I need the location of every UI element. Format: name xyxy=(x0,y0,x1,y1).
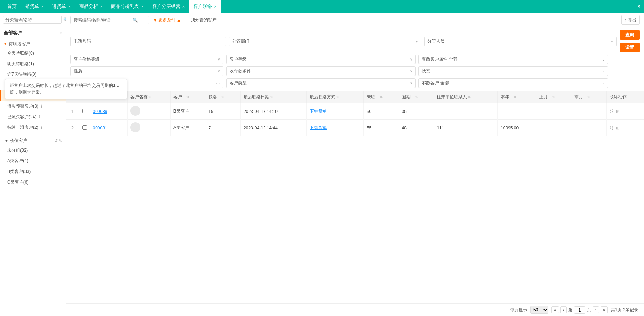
col-name-header[interactable]: 客户名称 ⇅ xyxy=(127,91,170,103)
row-2-lastmethod[interactable]: 下销货单 xyxy=(307,120,364,136)
sidebar-item-repurchase-anomaly[interactable]: 回购异常客户(2) ℹ xyxy=(0,90,66,101)
manager-ellipsis[interactable]: ··· xyxy=(609,38,613,44)
row-1-checkbox[interactable] xyxy=(82,109,87,113)
row-1-qr-icon[interactable]: ⊞ xyxy=(616,109,620,114)
col-code-header[interactable]: 客户编码 xyxy=(90,91,127,103)
sidebar-search-input[interactable] xyxy=(3,16,62,24)
status-arrow[interactable]: ∨ xyxy=(602,69,605,73)
nature-arrow[interactable]: ∨ xyxy=(218,69,220,73)
pending-contact-group[interactable]: ▼ 待联络客户 xyxy=(0,39,66,48)
col-thisyear-header[interactable]: 本年... ⇅ xyxy=(498,91,536,103)
sidebar-item-tomorrow[interactable]: 明天待联络(1) xyxy=(0,59,66,70)
nav-item-home[interactable]: 首页 xyxy=(3,0,21,13)
col-lastmonth-header[interactable]: 上月... ⇅ xyxy=(536,91,571,103)
close-sales-tab[interactable]: × xyxy=(41,4,43,9)
retail-attr-filter[interactable]: 零散客户属性 全部 ∨ xyxy=(418,55,608,64)
col-checkbox-header[interactable] xyxy=(79,91,90,103)
sidebar-item-class-b[interactable]: B类客户(33) xyxy=(0,166,66,177)
customer-type-filter[interactable]: 客户类型 ∨ xyxy=(226,78,416,88)
row-1-name[interactable] xyxy=(127,103,170,120)
all-customers-header[interactable]: 全部客户 « xyxy=(0,27,66,39)
select-all-checkbox[interactable] xyxy=(82,94,87,99)
row-2-code[interactable]: 000031 xyxy=(90,120,127,136)
col-unread-header[interactable]: 未联... ⇅ xyxy=(363,91,399,103)
price-level-filter[interactable]: 客户价格等级 ∨ xyxy=(70,55,223,64)
col-thismonth-header[interactable]: 本月... ⇅ xyxy=(571,91,607,103)
my-customers-checkbox[interactable] xyxy=(185,18,189,22)
retail-customer-arrow[interactable]: ∨ xyxy=(602,81,605,85)
nav-item-customer-layering[interactable]: 客户分层经营 × xyxy=(148,0,189,13)
row-1-lastmethod[interactable]: 下销货单 xyxy=(307,103,364,120)
close-purchase-tab[interactable]: × xyxy=(68,4,70,9)
sidebar-item-overdue[interactable]: 逾期未联络(30) xyxy=(0,80,66,91)
row-1-link-icon[interactable]: ⛓ xyxy=(610,109,614,114)
manager-filter[interactable]: 分管人员 ··· xyxy=(424,37,617,46)
col-settings[interactable]: ⚙ xyxy=(66,91,79,103)
sidebar-item-unclassified[interactable]: 未分组(32) xyxy=(0,145,66,156)
sidebar-item-7days[interactable]: 近7天待联络(0) xyxy=(0,69,66,80)
extra-ellipsis[interactable]: ··· xyxy=(216,80,220,86)
sidebar-item-churned[interactable]: 已流失客户(24) ℹ xyxy=(0,112,66,123)
phone-filter[interactable]: 电话号码 xyxy=(70,37,226,46)
customer-search-icon[interactable]: 🔍 xyxy=(133,18,138,23)
retail-attr-arrow[interactable]: ∨ xyxy=(602,57,605,61)
my-customers-checkbox-wrap[interactable]: 我分管的客户 xyxy=(185,17,217,23)
col-type-header[interactable]: 客户... ⇅ xyxy=(170,91,205,103)
dept-dropdown-arrow[interactable]: ∨ xyxy=(416,39,418,43)
settings-button[interactable]: 设置 xyxy=(620,43,640,52)
churn-warning-info-icon[interactable]: ℹ xyxy=(41,104,42,108)
customer-search-input[interactable] xyxy=(74,18,131,23)
row-checkbox-1[interactable] xyxy=(79,103,90,120)
nav-item-product-analysis[interactable]: 商品分析 × xyxy=(75,0,107,13)
price-level-arrow[interactable]: ∨ xyxy=(218,57,220,61)
more-conditions-toggle[interactable]: ▼ 更多条件 ▲ xyxy=(153,17,181,23)
extra-filter[interactable]: ··· xyxy=(70,79,223,88)
retail-customer-filter[interactable]: 零散客户 全部 ∨ xyxy=(418,78,608,88)
churned-info-icon[interactable]: ℹ xyxy=(39,115,40,119)
col-overdue-header[interactable]: 逾期... ⇅ xyxy=(399,91,434,103)
payment-terms-arrow[interactable]: ∨ xyxy=(410,69,412,73)
page-number-input[interactable] xyxy=(574,306,585,314)
nature-filter[interactable]: 性质 ∨ xyxy=(70,66,223,76)
sidebar-item-declining[interactable]: 持续下滑客户(2) ℹ xyxy=(0,122,66,133)
dept-filter[interactable]: 分管部门 ∨ xyxy=(229,37,421,46)
close-product-analysis-tab[interactable]: × xyxy=(100,4,102,9)
sidebar-collapse-icon[interactable]: « xyxy=(60,30,62,36)
prev-page-btn[interactable]: ‹ xyxy=(560,306,567,313)
sidebar-item-class-a[interactable]: A类客户(1) xyxy=(0,156,66,166)
close-customer-layering-tab[interactable]: × xyxy=(182,4,185,9)
nav-item-product-analysis-list[interactable]: 商品分析列表 × xyxy=(107,0,148,13)
close-product-analysis-list-tab[interactable]: × xyxy=(141,4,143,9)
last-page-btn[interactable]: » xyxy=(601,306,608,313)
row-checkbox-2[interactable] xyxy=(79,120,90,136)
sidebar-item-class-c[interactable]: C类客户(6) xyxy=(0,177,66,188)
sidebar-item-churn-warning[interactable]: 流失预警客户(3) ℹ xyxy=(0,101,66,112)
nav-item-sales[interactable]: 销货单 × xyxy=(21,0,48,13)
customer-type-arrow[interactable]: ∨ xyxy=(410,81,412,85)
status-filter[interactable]: 状态 ∨ xyxy=(418,66,608,76)
repurchase-anomaly-info-icon[interactable]: ℹ xyxy=(41,92,42,99)
col-lastdate-header[interactable]: 最后联络日期 ⇅ xyxy=(241,91,307,103)
nav-item-purchase[interactable]: 进货单 × xyxy=(48,0,75,13)
sidebar-search-icon[interactable]: 🔍 xyxy=(63,17,66,22)
value-customer-refresh-icon[interactable]: ↺ xyxy=(54,138,58,143)
window-close-button[interactable]: × xyxy=(637,3,640,10)
close-customer-contact-tab[interactable]: × xyxy=(214,4,216,9)
row-2-checkbox[interactable] xyxy=(82,125,87,130)
value-customer-edit-icon[interactable]: ✎ xyxy=(59,138,62,143)
col-contactperson-header[interactable]: 往来单位联系人 ⇅ xyxy=(434,91,498,103)
query-button[interactable]: 查询 xyxy=(620,30,640,40)
sidebar-item-today[interactable]: 今天待联络(0) xyxy=(0,48,66,59)
row-2-link-icon[interactable]: ⛓ xyxy=(610,126,614,131)
customer-grade-filter[interactable]: 客户等级 ∨ xyxy=(226,55,416,64)
col-lastmethod-header[interactable]: 最后联络方式 ⇅ xyxy=(307,91,364,103)
per-page-select[interactable]: 50 100 200 xyxy=(530,306,548,314)
export-button[interactable]: ↑ 导出 xyxy=(621,15,640,25)
value-customer-group-header[interactable]: ▼ 价值客户 ↺ ✎ xyxy=(0,136,66,145)
col-contact-header[interactable]: 联络... ⇅ xyxy=(205,91,241,103)
row-2-name[interactable] xyxy=(127,120,170,136)
customer-grade-arrow[interactable]: ∨ xyxy=(410,57,412,61)
next-page-btn[interactable]: › xyxy=(593,306,599,313)
declining-info-icon[interactable]: ℹ xyxy=(41,125,42,129)
first-page-btn[interactable]: « xyxy=(551,306,559,313)
